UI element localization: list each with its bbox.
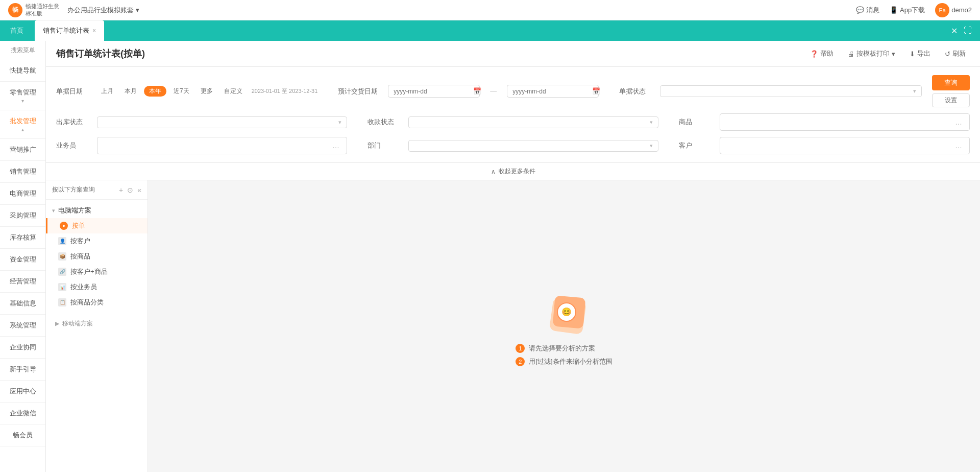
goods-field[interactable] [725, 119, 950, 126]
empty-tip-2: 2 用[过滤]条件来缩小分析范围 [516, 357, 612, 366]
last-month-btn[interactable]: 上月 [97, 86, 117, 97]
sidebar-item-inventory[interactable]: 库存核算 [0, 227, 45, 249]
sidebar-item-sales[interactable]: 销售管理 [0, 161, 45, 183]
account-selector[interactable]: 办公用品行业模拟账套 ▾ [63, 4, 143, 17]
window-maximize-icon[interactable]: ⛶ [964, 26, 972, 36]
export-button[interactable]: ⬇ 导出 [905, 47, 935, 60]
filter-panel: 单据日期 上月 本月 本年 近7天 更多 自定义 2023-01-01 至 20… [46, 67, 980, 163]
sidebar-item-purchase[interactable]: 采购管理 [0, 205, 45, 227]
collapse-bar[interactable]: ∧ 收起更多条件 [46, 163, 980, 180]
salesman-more-icon[interactable]: … [330, 139, 341, 152]
payment-select[interactable]: ▾ [408, 116, 658, 128]
sidebar-search[interactable]: 搜索菜单 [0, 41, 45, 60]
tab-home[interactable]: 首页 [0, 20, 34, 41]
scheme-item-by-salesman[interactable]: 📊 按业务员 [46, 279, 148, 295]
sidebar-item-retail[interactable]: 零售管理 ▾ [0, 82, 45, 110]
this-month-btn[interactable]: 本月 [120, 86, 141, 97]
print-icon: 🖨 [848, 50, 854, 58]
sidebar-item-enterprise[interactable]: 企业协同 [0, 337, 45, 359]
tab-home-label: 首页 [10, 26, 23, 35]
scheme-salesman-icon: 📊 [58, 283, 66, 291]
expected-date-start-field[interactable] [394, 88, 470, 95]
status-select[interactable]: ▾ [660, 85, 922, 97]
last7-btn[interactable]: 近7天 [169, 86, 193, 97]
tab-close-icon[interactable]: × [92, 27, 96, 34]
scheme-group-pc-title[interactable]: ▾ 电脑端方案 [46, 203, 148, 218]
active-scheme-icon: ● [60, 222, 68, 230]
salesman-label: 业务员 [56, 141, 87, 150]
top-bar-left: 畅 畅捷通好生意 标准版 办公用品行业模拟账套 ▾ [8, 3, 143, 17]
customer-more-icon[interactable]: … [953, 139, 964, 152]
scheme-item-by-category[interactable]: 📋 按商品分类 [46, 295, 148, 310]
window-close-icon[interactable]: ✕ [951, 26, 958, 36]
logo-icon: 畅 [8, 3, 22, 17]
sidebar-item-basic[interactable]: 基础信息 [0, 293, 45, 315]
top-bar-right: 💬 消息 📱 App下载 Ea demo2 [856, 3, 972, 17]
sidebar-item-member[interactable]: 畅会员 [0, 424, 45, 446]
delivery-select[interactable]: ▾ [97, 116, 347, 128]
tab-sales-order[interactable]: 销售订单统计表 × [35, 20, 104, 41]
sidebar-item-guide[interactable]: 新手引导 [0, 359, 45, 381]
message-icon: 💬 [856, 6, 864, 14]
customer-input[interactable]: … [720, 137, 970, 154]
settings-button[interactable]: 设置 [932, 93, 970, 107]
collapse-scheme-icon[interactable]: « [137, 186, 141, 194]
scheme-item-label: 按业务员 [70, 282, 97, 292]
scheme-item-label: 按客户+商品 [70, 267, 108, 276]
goods-more-icon[interactable]: … [953, 116, 964, 128]
sidebar-item-finance[interactable]: 资金管理 [0, 249, 45, 271]
account-selector-label: 办公用品行业模拟账套 [67, 6, 134, 15]
sidebar-item-ecommerce[interactable]: 电商管理 [0, 183, 45, 205]
chevron-down-icon: ▾ [52, 207, 55, 214]
sidebar-item-wechat[interactable]: 企业微信 [0, 403, 45, 424]
help-button[interactable]: ❓ 帮助 [806, 47, 838, 60]
scheme-item-by-customer[interactable]: 👤 按客户 [46, 233, 148, 249]
sidebar-item-appstore[interactable]: 应用中心 [0, 381, 45, 403]
this-year-btn[interactable]: 本年 [144, 86, 166, 97]
sidebar-item-operation[interactable]: 经营管理 [0, 271, 45, 293]
goods-label: 商品 [679, 117, 709, 127]
scheme-panel-title: 按以下方案查询 [52, 185, 95, 194]
sidebar-item-wholesale[interactable]: 批发管理 ▴ [0, 110, 45, 139]
department-select[interactable]: ▾ [408, 140, 658, 152]
scheme-item-label: 按客户 [70, 237, 90, 246]
active-scheme-label: 按单 [72, 221, 85, 230]
scheme-item-by-customer-goods[interactable]: 🔗 按客户+商品 [46, 264, 148, 279]
page-title: 销售订单统计表(按单) [56, 48, 145, 60]
scheme-customer-icon: 👤 [58, 237, 66, 245]
sidebar-item-label: 营销推广 [10, 145, 36, 154]
scheme-item-label: 按商品 [70, 252, 90, 261]
sidebar-item-shortcut[interactable]: 快捷导航 [0, 60, 45, 82]
calendar-icon: 📅 [473, 87, 481, 95]
print-button[interactable]: 🖨 按模板打印 ▾ [844, 47, 899, 60]
query-button[interactable]: 查询 [932, 75, 970, 90]
scheme-item-by-goods[interactable]: 📦 按商品 [46, 249, 148, 264]
message-button[interactable]: 💬 消息 [856, 6, 879, 15]
tab-bar-actions: ✕ ⛶ [951, 26, 972, 36]
help-label: 帮助 [820, 49, 834, 58]
user-menu[interactable]: Ea demo2 [935, 3, 972, 17]
tip-number-2: 2 [516, 357, 525, 366]
app-download-button[interactable]: 📱 App下载 [890, 6, 925, 15]
filter-row-3: 业务员 … 部门 ▾ 客户 … [56, 137, 970, 154]
sidebar-item-marketing[interactable]: 营销推广 [0, 139, 45, 161]
more-btn[interactable]: 更多 [197, 86, 217, 97]
add-scheme-icon[interactable]: + [119, 186, 123, 194]
sidebar-item-label: 企业协同 [10, 343, 36, 352]
scheme-group-mobile: ▶ 移动端方案 [46, 313, 148, 334]
salesman-field[interactable] [103, 142, 327, 149]
scheme-group-mobile-title[interactable]: ▶ 移动端方案 [46, 316, 148, 331]
edit-scheme-icon[interactable]: ⊙ [127, 186, 133, 194]
collapse-label: 收起更多条件 [499, 167, 535, 176]
refresh-button[interactable]: ↺ 刷新 [941, 47, 970, 60]
customer-field[interactable] [725, 142, 950, 149]
expected-date-start-input[interactable]: 📅 [388, 85, 480, 98]
custom-btn[interactable]: 自定义 [220, 86, 247, 97]
scheme-item-by-order[interactable]: ● 按单 [46, 218, 148, 233]
sidebar-item-system[interactable]: 系统管理 [0, 315, 45, 337]
expected-date-end-input[interactable]: 📅 [507, 85, 599, 98]
salesman-input[interactable]: … [97, 137, 347, 154]
goods-input[interactable]: … [720, 113, 970, 131]
expected-date-end-field[interactable] [512, 88, 589, 95]
sidebar-item-label: 批发管理 [10, 116, 36, 126]
